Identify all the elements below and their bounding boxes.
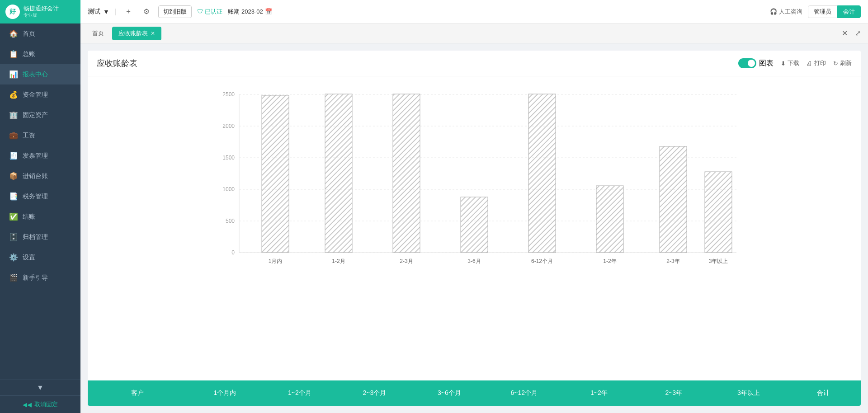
svg-rect-19: [393, 94, 420, 253]
download-button[interactable]: ⬇ 下载: [781, 59, 799, 67]
svg-rect-17: [325, 94, 352, 253]
sidebar-icon-home: 🏠: [9, 29, 18, 38]
svg-text:0: 0: [231, 249, 235, 256]
topbar-right: 🎧 人工咨询 管理员 会计: [770, 5, 861, 18]
sidebar-item-guide[interactable]: 🎬 新手引导: [0, 268, 80, 288]
sidebar-item-home[interactable]: 🏠 首页: [0, 23, 80, 44]
svg-rect-29: [705, 172, 732, 253]
sidebar-icon-archive: 🗄️: [9, 233, 18, 241]
table-header: 客户1个月内1~2个月2~3个月3~6个月6~12个月1~2年2~3年3年以上合…: [88, 380, 861, 406]
tabbar: 首页 应收账龄表 ✕ ✕ ⤢: [80, 23, 868, 43]
settings-icon[interactable]: ⚙: [140, 5, 153, 18]
shield-icon: 🛡: [197, 8, 203, 15]
table-header-6: 1~2年: [561, 380, 636, 406]
svg-text:2-3月: 2-3月: [400, 258, 413, 264]
table-header-7: 2~3年: [637, 380, 711, 406]
sidebar-item-inventory[interactable]: 📦 进销台账: [0, 166, 80, 186]
table-header-5: 6~12个月: [487, 380, 561, 406]
chart-area: 0 500 1000 1500 2000 2500 1月内: [88, 76, 861, 380]
topbar-divider: |: [115, 8, 117, 16]
svg-rect-27: [660, 146, 687, 253]
tab-close-icon[interactable]: ✕: [151, 30, 155, 37]
sidebar-pin-button[interactable]: ◀◀ 取消固定: [0, 395, 80, 413]
sidebar-label-guide: 新手引导: [23, 274, 48, 282]
sidebar-icon-inventory: 📦: [9, 172, 18, 180]
chart-toggle[interactable]: [738, 58, 756, 68]
svg-text:2500: 2500: [222, 91, 235, 98]
table-header-2: 1~2个月: [262, 380, 337, 406]
sidebar-label-settle: 结账: [23, 213, 35, 221]
sidebar-label-home: 首页: [23, 30, 35, 38]
refresh-icon: ↻: [833, 60, 838, 67]
download-icon: ⬇: [781, 60, 786, 67]
sidebar-item-settle[interactable]: ✅ 结账: [0, 206, 80, 227]
tab-close-all-icon[interactable]: ✕: [840, 27, 849, 39]
sidebar-icon-assets: 🏢: [9, 111, 18, 119]
accountant-button[interactable]: 会计: [837, 5, 861, 18]
tab-expand-icon[interactable]: ⤢: [853, 27, 863, 39]
topbar: 测试 ▼ | ＋ ⚙ 切到旧版 🛡 已认证 账期 2023-02 📅 🎧 人工咨…: [80, 0, 868, 23]
manager-button[interactable]: 管理员: [808, 5, 837, 18]
sidebar-item-reports[interactable]: 📊 报表中心: [0, 64, 80, 84]
logo-icon: 好: [5, 5, 20, 19]
sidebar-label-ledger: 总账: [23, 50, 35, 58]
sidebar-label-invoice: 发票管理: [23, 152, 48, 160]
page-header: 应收账龄表 图表 ⬇ 下载 🖨 打印 ↻: [88, 51, 861, 76]
main-content: 测试 ▼ | ＋ ⚙ 切到旧版 🛡 已认证 账期 2023-02 📅 🎧 人工咨…: [80, 0, 868, 413]
table-header-1: 1个月内: [188, 380, 262, 406]
sidebar-label-inventory: 进销台账: [23, 172, 48, 180]
logo-text: 畅捷通好会计 专业版: [24, 5, 59, 19]
sidebar-nav: 🏠 首页 📋 总账 📊 报表中心 💰 资金管理 🏢 固定资产 💼 工资 🧾 发票…: [0, 23, 80, 380]
svg-text:2000: 2000: [222, 123, 235, 129]
sidebar-item-assets[interactable]: 🏢 固定资产: [0, 105, 80, 125]
add-button[interactable]: ＋: [122, 5, 135, 18]
table-header-8: 3年以上: [711, 380, 786, 406]
period-display: 账期 2023-02 📅: [228, 8, 272, 16]
svg-text:3-6月: 3-6月: [467, 258, 481, 264]
table-header-3: 2~3个月: [337, 380, 412, 406]
tab-home-label: 首页: [92, 29, 104, 38]
project-selector[interactable]: 测试 ▼: [88, 8, 109, 16]
refresh-button[interactable]: ↻ 刷新: [833, 59, 852, 67]
svg-text:1500: 1500: [222, 155, 235, 161]
sidebar-label-payroll: 工资: [23, 131, 35, 140]
svg-rect-21: [461, 197, 488, 253]
sidebar-label-funds: 资金管理: [23, 91, 48, 99]
sidebar-item-tax[interactable]: 📑 税务管理: [0, 186, 80, 206]
bar-chart: 0 500 1000 1500 2000 2500 1月内: [97, 85, 852, 275]
page-actions: 图表 ⬇ 下载 🖨 打印 ↻ 刷新: [738, 58, 852, 68]
tab-home[interactable]: 首页: [86, 27, 110, 40]
sidebar-scroll-down[interactable]: ▼: [0, 380, 80, 395]
switch-version-button[interactable]: 切到旧版: [158, 5, 192, 18]
tab-aging-label: 应收账龄表: [118, 29, 148, 38]
table-header-0: 客户: [88, 380, 188, 406]
sidebar-item-payroll[interactable]: 💼 工资: [0, 125, 80, 145]
sidebar-icon-tax: 📑: [9, 192, 18, 201]
consult-button[interactable]: 🎧 人工咨询: [770, 8, 802, 16]
sidebar-label-assets: 固定资产: [23, 111, 48, 119]
svg-rect-23: [528, 94, 556, 253]
sidebar-label-reports: 报表中心: [23, 70, 48, 79]
print-button[interactable]: 🖨 打印: [807, 59, 826, 67]
page-container: 应收账龄表 图表 ⬇ 下载 🖨 打印 ↻: [88, 51, 861, 406]
svg-text:3年以上: 3年以上: [709, 258, 728, 264]
pin-icon: ◀◀: [23, 401, 32, 408]
svg-text:1000: 1000: [222, 186, 235, 192]
sidebar-item-settings[interactable]: ⚙️ 设置: [0, 247, 80, 268]
chart-toggle-label: 图表: [759, 59, 774, 68]
sidebar-item-funds[interactable]: 💰 资金管理: [0, 84, 80, 105]
sidebar-item-invoice[interactable]: 🧾 发票管理: [0, 145, 80, 166]
sidebar-icon-ledger: 📋: [9, 50, 18, 58]
sidebar-icon-payroll: 💼: [9, 131, 18, 140]
svg-rect-25: [596, 186, 623, 253]
sidebar-item-ledger[interactable]: 📋 总账: [0, 44, 80, 64]
sidebar-label-settings: 设置: [23, 253, 35, 262]
svg-text:1月内: 1月内: [269, 258, 283, 264]
tab-aging[interactable]: 应收账龄表 ✕: [112, 27, 161, 40]
calendar-icon[interactable]: 📅: [265, 8, 272, 15]
sidebar-item-archive[interactable]: 🗄️ 归档管理: [0, 227, 80, 247]
table-header-4: 3~6个月: [412, 380, 486, 406]
sidebar: 好 畅捷通好会计 专业版 🏠 首页 📋 总账 📊 报表中心 💰 资金管理 🏢 固…: [0, 0, 80, 413]
svg-text:6-12个月: 6-12个月: [531, 258, 553, 264]
sidebar-label-tax: 税务管理: [23, 192, 48, 201]
